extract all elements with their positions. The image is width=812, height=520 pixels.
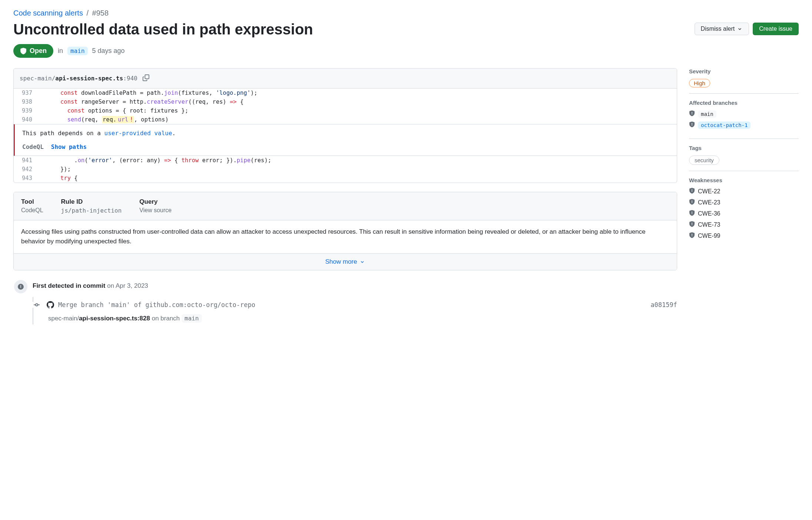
copy-path-button[interactable] [141,73,151,84]
sidebar-branch-row[interactable]: main [689,110,799,118]
timeline-file-ref: spec-main/api-session-spec.ts:828 on bra… [33,313,677,324]
breadcrumb-issue-number: #958 [92,9,109,17]
dismiss-alert-button[interactable]: Dismiss alert [695,23,749,35]
code-line[interactable]: 939 const options = { root: fixtures }; [14,106,677,115]
code-file-header: spec-main/api-session-spec.ts:940 [14,69,677,89]
rule-id-label: Rule ID [61,198,122,206]
shield-icon [689,121,695,129]
file-line-ref: :940 [123,75,137,82]
weakness-row[interactable]: CWE-36 [689,210,799,217]
shield-icon [689,232,695,240]
file-path-name: api-session-spec.ts [55,75,123,82]
header-actions: Dismiss alert Create issue [695,23,799,35]
line-number: 943 [14,174,40,183]
sidebar-affected-heading: Affected branches [689,100,799,106]
details-body: Accessing files using paths constructed … [14,220,677,254]
file-path-dir: spec-main/ [20,75,55,82]
line-number: 937 [14,89,40,97]
page-title: Uncontrolled data used in path expressio… [13,20,313,38]
line-number: 938 [14,97,40,106]
status-in-label: in [58,47,63,55]
sidebar-affected-branches: Affected branches mainoctocat-patch-1 [689,94,799,139]
rule-id-value: js/path-injection [61,207,122,214]
line-number: 940 [14,115,40,124]
severity-pill: High [689,79,710,87]
shield-icon [20,48,27,54]
view-source-link[interactable]: View source [139,207,172,213]
octocat-icon [47,301,54,309]
status-age: 5 days ago [92,47,125,55]
weakness-row[interactable]: CWE-73 [689,221,799,229]
code-line[interactable]: 942 }); [14,165,677,174]
sidebar: Severity High Affected branches mainocto… [689,68,799,249]
show-paths-button[interactable]: Show paths [51,143,87,150]
annotation-suffix: . [172,130,176,137]
annotation-prefix: This path depends on a [22,130,104,137]
breadcrumb-parent-link[interactable]: Code scanning alerts [13,9,83,17]
sidebar-severity: Severity High [689,68,799,94]
details-header: Tool CodeQL Rule ID js/path-injection Qu… [14,192,677,220]
code-annotation: This path depends on a user-provided val… [14,124,677,156]
tag-pill[interactable]: security [689,156,719,165]
create-issue-button[interactable]: Create issue [753,23,799,35]
annotation-tool-label: CodeQL [22,143,44,150]
code-line[interactable]: 940 send(req, req.url!, options) [14,115,677,124]
code-panel: spec-main/api-session-spec.ts:940 937 co… [13,68,677,183]
page-header: Uncontrolled data used in path expressio… [13,20,799,38]
code-content: try { [40,174,677,183]
weakness-row[interactable]: CWE-23 [689,199,799,206]
timeline-commit-row[interactable]: Merge branch 'main' of github.com:octo-o… [33,297,677,313]
sidebar-weaknesses: Weaknesses CWE-22CWE-23CWE-36CWE-73CWE-9… [689,171,799,249]
shield-icon [689,199,695,206]
weakness-id: CWE-99 [698,233,720,239]
breadcrumb-separator: / [86,9,89,17]
commit-dot-icon [31,302,43,308]
code-line[interactable]: 938 const rangeServer = http.createServe… [14,97,677,106]
status-line: Open in main 5 days ago [13,44,799,58]
shield-icon [689,221,695,229]
branch-name: octocat-patch-1 [698,121,751,129]
code-content: send(req, req.url!, options) [40,115,677,124]
weakness-id: CWE-22 [698,188,720,195]
commit-sha[interactable]: a08159f [650,301,677,309]
code-line[interactable]: 943 try { [14,174,677,183]
shield-icon [689,188,695,195]
shield-icon [689,110,695,118]
timeline-first-detected: First detected in commit on Apr 3, 2023 [13,279,677,294]
state-badge-label: Open [30,47,47,55]
annotation-link[interactable]: user-provided value [104,130,172,137]
first-detected-date: on Apr 3, 2023 [107,282,148,289]
commit-message: Merge branch 'main' of github.com:octo-o… [58,301,647,309]
details-panel: Tool CodeQL Rule ID js/path-injection Qu… [13,192,677,270]
on-branch-pill[interactable]: main [182,314,202,323]
sidebar-severity-heading: Severity [689,68,799,74]
copy-icon [143,74,149,81]
tool-label: Tool [21,198,43,206]
chevron-down-icon [359,259,365,265]
code-body: 937 const downloadFilePath = path.join(f… [14,89,677,183]
line-number: 941 [14,156,40,165]
show-more-button[interactable]: Show more [14,254,677,270]
weakness-row[interactable]: CWE-22 [689,188,799,195]
weakness-row[interactable]: CWE-99 [689,232,799,240]
code-line[interactable]: 941 .on('error', (error: any) => { throw… [14,156,677,165]
line-number: 939 [14,106,40,115]
weakness-id: CWE-23 [698,199,720,206]
tool-value: CodeQL [21,207,43,214]
svg-point-0 [36,304,38,306]
branch-name: main [698,110,716,118]
code-content: }); [40,165,677,174]
breadcrumb: Code scanning alerts / #958 [13,9,799,17]
code-content: const options = { root: fixtures }; [40,106,677,115]
chevron-down-icon [737,26,743,32]
line-number: 942 [14,165,40,174]
sidebar-tags-heading: Tags [689,145,799,151]
code-content: const rangeServer = http.createServer((r… [40,97,677,106]
sidebar-tags: Tags security [689,139,799,171]
status-branch[interactable]: main [67,47,88,55]
first-detected-label: First detected in commit [33,282,105,289]
query-label: Query [139,198,172,206]
sidebar-branch-row[interactable]: octocat-patch-1 [689,121,799,129]
code-line[interactable]: 937 const downloadFilePath = path.join(f… [14,89,677,97]
timeline-file-name: api-session-spec.ts:828 [79,315,150,322]
